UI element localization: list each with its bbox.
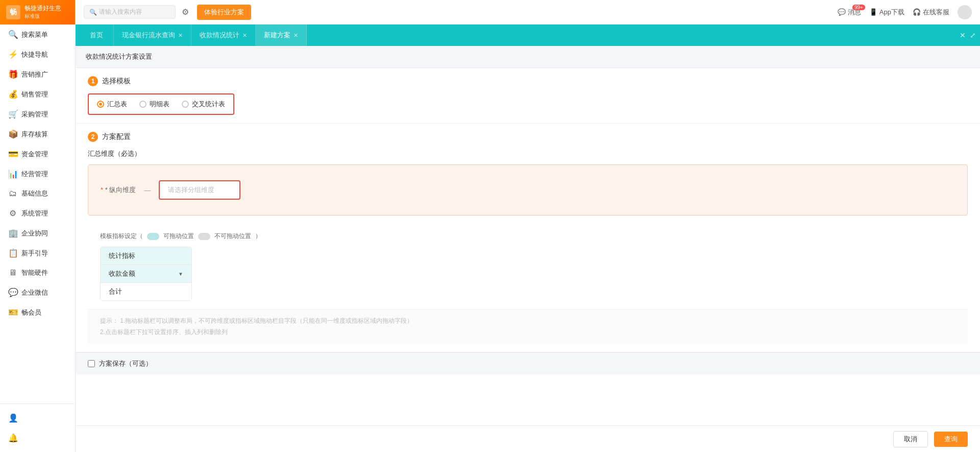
metrics-section: 模板指标设定（ 可拖动位置 不可拖动位置 ） 统计指标 收款金额 ▼	[88, 224, 968, 309]
hardware-label: 智能硬件	[21, 268, 48, 277]
system-label: 系统管理	[21, 209, 48, 218]
search-icon: 🔍	[89, 9, 97, 16]
tab-close-new-plan[interactable]: ✕	[293, 32, 298, 39]
stats-table: 统计指标 收款金额 ▼ 合计	[100, 247, 192, 301]
download-btn[interactable]: 📱 App下载	[869, 8, 904, 17]
sidebar-item-bottom1[interactable]: 👤	[0, 408, 75, 428]
member-icon: 🎫	[8, 307, 17, 317]
sidebar-item-purchase[interactable]: 🛒采购管理	[0, 104, 75, 124]
dimension-select[interactable]: 请选择分组维度	[159, 180, 240, 200]
fixed-dot	[198, 233, 210, 240]
movable-label: 可拖动位置	[163, 232, 194, 241]
message-btn[interactable]: 💬 消息 99+	[838, 8, 861, 17]
sidebar-logo: 畅 畅捷通好生意 标准版	[0, 0, 75, 25]
radio-circle-summary	[97, 101, 104, 108]
sidebar-item-hardware[interactable]: 🖥智能硬件	[0, 263, 75, 282]
member-label: 畅会员	[21, 308, 41, 317]
tabbar: 首页现金银行流水查询✕收款情况统计✕新建方案✕ ✕ ⤢	[76, 25, 980, 46]
col-header-label: 收款金额	[109, 269, 135, 278]
breadcrumb: 收款情况统计方案设置	[76, 46, 980, 68]
template-radio-group: 汇总表 明细表 交叉统计表	[88, 93, 234, 115]
hardware-icon: 🖥	[8, 268, 17, 277]
tab-close-receipt-stats[interactable]: ✕	[242, 32, 247, 39]
base-info-label: 基础信息	[21, 189, 48, 198]
download-label: App下载	[879, 8, 904, 17]
sidebar-item-base-info[interactable]: 🗂基础信息	[0, 184, 75, 203]
radio-circle-detail	[139, 101, 146, 108]
marketing-icon: 🎁	[8, 69, 17, 79]
topbar: 🔍 请输入搜索内容 ⚙ 体验行业方案 💬 消息 99+ 📱 App下载 🎧 在线…	[76, 0, 980, 25]
movable-dot	[147, 233, 159, 240]
content-area: 收款情况统计方案设置 1 选择模板 汇总表 明细表	[76, 46, 980, 425]
guide-label: 新手引导	[21, 249, 48, 258]
close-all-icon[interactable]: ✕	[960, 31, 966, 39]
bottom-icon2: 🔔	[8, 433, 17, 443]
radio-detail[interactable]: 明细表	[139, 100, 169, 109]
settings-icon[interactable]: ⚙	[182, 7, 189, 17]
inventory-label: 库存核算	[21, 130, 48, 139]
vertical-dim-label: * * 纵向维度	[101, 185, 136, 195]
radio-label-summary: 汇总表	[107, 100, 127, 109]
service-btn[interactable]: 🎧 在线客服	[913, 8, 949, 17]
step2-label: 方案配置	[102, 132, 131, 141]
save-section: 方案保存（可选）	[76, 352, 980, 374]
stats-title: 统计指标	[109, 251, 135, 260]
sidebar-items: 🔍搜索菜单⚡快捷导航🎁营销推广💰销售管理🛒采购管理📦库存核算💳资金管理📊经营管理…	[0, 25, 75, 322]
dimension-area: * * 纵向维度 — 请选择分组维度	[88, 164, 968, 216]
download-icon: 📱	[869, 8, 877, 16]
sidebar-item-marketing[interactable]: 🎁营销推广	[0, 64, 75, 84]
logo-icon: 畅	[6, 5, 20, 19]
sidebar-item-enterprise[interactable]: 🏢企业协同	[0, 223, 75, 243]
enterprise-icon: 🏢	[8, 228, 17, 238]
user-avatar[interactable]	[958, 5, 972, 19]
topbar-search-box[interactable]: 🔍 请输入搜索内容	[84, 5, 176, 19]
tab-label-bank-flow: 现金银行流水查询	[122, 31, 175, 40]
sidebar-item-system[interactable]: ⚙系统管理	[0, 203, 75, 223]
sidebar-item-finance[interactable]: 💳资金管理	[0, 144, 75, 164]
stats-table-header: 统计指标	[101, 247, 191, 265]
tab-bank-flow[interactable]: 现金银行流水查询✕	[114, 25, 191, 46]
industry-btn[interactable]: 体验行业方案	[197, 5, 251, 20]
sidebar-item-search-menu[interactable]: 🔍搜索菜单	[0, 25, 75, 44]
sales-label: 销售管理	[21, 90, 48, 99]
message-badge: 99+	[852, 5, 865, 10]
step1-label: 选择模板	[102, 77, 131, 86]
sidebar-item-member[interactable]: 🎫畅会员	[0, 302, 75, 322]
tab-receipt-stats[interactable]: 收款情况统计✕	[191, 25, 256, 46]
radio-summary[interactable]: 汇总表	[97, 100, 127, 109]
tabbar-actions: ✕ ⤢	[960, 31, 976, 39]
tab-close-bank-flow[interactable]: ✕	[178, 32, 183, 39]
save-label: 方案保存（可选）	[99, 359, 152, 368]
sidebar-item-sales[interactable]: 💰销售管理	[0, 84, 75, 104]
sidebar-item-guide[interactable]: 📋新手引导	[0, 243, 75, 263]
tab-new-plan[interactable]: 新建方案✕	[256, 25, 307, 46]
col-header-row[interactable]: 收款金额 ▼	[101, 265, 191, 283]
wechat-icon: 💬	[8, 288, 17, 297]
select-placeholder: 请选择分组维度	[168, 185, 214, 195]
sidebar-item-inventory[interactable]: 📦库存核算	[0, 124, 75, 144]
sales-icon: 💰	[8, 89, 17, 99]
tab-label-home: 首页	[90, 31, 103, 40]
sidebar-item-quick-nav[interactable]: ⚡快捷导航	[0, 44, 75, 64]
step2-num: 2	[88, 132, 98, 142]
radio-cross[interactable]: 交叉统计表	[182, 100, 225, 109]
sidebar-item-bottom2[interactable]: 🔔	[0, 428, 75, 448]
sidebar-item-wechat[interactable]: 💬企业微信	[0, 282, 75, 302]
tab-home[interactable]: 首页	[80, 25, 114, 46]
query-button[interactable]: 查询	[934, 432, 968, 447]
metrics-section-suffix: ）	[255, 232, 261, 241]
tips-section: 提示： 1.拖动标题栏可以调整布局，不可跨维度或指标区域拖动栏目字段（只能在同一…	[88, 309, 968, 344]
sidebar-item-operations[interactable]: 📊经营管理	[0, 164, 75, 184]
step2-section: 2 方案配置 汇总维度（必选） * * 纵向维度 — 请选择分组维度	[76, 124, 980, 352]
step2-title: 2 方案配置	[88, 132, 968, 142]
step1-num: 1	[88, 76, 98, 86]
cancel-button[interactable]: 取消	[893, 431, 928, 447]
guide-icon: 📋	[8, 248, 17, 258]
enterprise-label: 企业协同	[21, 229, 48, 238]
save-checkbox[interactable]	[88, 360, 95, 367]
expand-icon[interactable]: ⤢	[970, 31, 976, 39]
service-icon: 🎧	[913, 8, 921, 16]
quick-nav-label: 快捷导航	[21, 50, 48, 59]
purchase-label: 采购管理	[21, 110, 48, 119]
sidebar: 畅 畅捷通好生意 标准版 🔍搜索菜单⚡快捷导航🎁营销推广💰销售管理🛒采购管理📦库…	[0, 0, 76, 452]
